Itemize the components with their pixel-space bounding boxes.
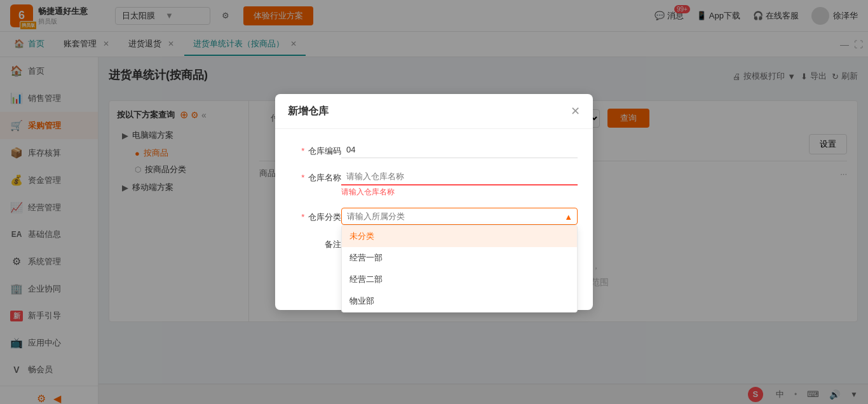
modal-overlay: 新增仓库 ✕ * 仓库编码 * 仓库名称 [0, 0, 868, 404]
category-dropdown-list: 未分类 经营一部 经营二部 物业部 [341, 225, 578, 313]
category-input[interactable] [341, 208, 578, 225]
code-input[interactable] [341, 142, 578, 158]
name-error-msg: 请输入仓库名称 [341, 187, 578, 198]
form-row-code: * 仓库编码 [290, 142, 578, 158]
option-dept2[interactable]: 经营二部 [342, 269, 577, 290]
notes-label: 备注 [290, 235, 341, 250]
category-dropdown: ▲ [341, 208, 578, 225]
modal-title: 新增仓库 [288, 105, 329, 118]
name-label: * 仓库名称 [290, 168, 341, 184]
category-label: * 仓库分类 [290, 208, 341, 223]
category-dropdown-arrow[interactable]: ▲ [564, 212, 573, 221]
option-none[interactable]: 未分类 [342, 226, 577, 247]
option-dept1[interactable]: 经营一部 [342, 247, 577, 269]
form-row-name: * 仓库名称 请输入仓库名称 [290, 168, 578, 198]
modal-header: 新增仓库 ✕ [275, 94, 593, 129]
name-input[interactable] [341, 168, 578, 185]
modal-body: * 仓库编码 * 仓库名称 请输入仓库名称 [275, 129, 593, 274]
form-row-category: * 仓库分类 ▲ 未分类 经营一部 经营二部 物业部 [290, 208, 578, 225]
option-dept3[interactable]: 物业部 [342, 290, 577, 312]
code-label: * 仓库编码 [290, 142, 341, 157]
add-warehouse-modal: 新增仓库 ✕ * 仓库编码 * 仓库名称 [275, 94, 593, 310]
modal-close-btn[interactable]: ✕ [571, 104, 580, 118]
